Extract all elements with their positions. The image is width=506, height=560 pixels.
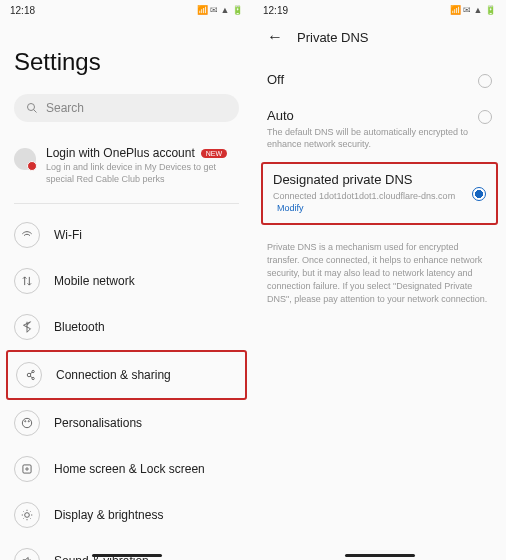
settings-item-wifi[interactable]: Wi-Fi <box>0 212 253 258</box>
svg-line-1 <box>34 110 37 113</box>
grid-icon <box>14 456 40 482</box>
share-icon <box>16 362 42 388</box>
svg-point-7 <box>28 421 29 422</box>
item-label: Wi-Fi <box>54 228 82 242</box>
settings-screen: 12:18 📶 ✉ ▲ 🔋 Settings Search Login with… <box>0 0 253 560</box>
option-subtitle: The default DNS will be automatically en… <box>267 126 470 150</box>
sound-icon <box>14 548 40 560</box>
status-icons: 📶 ✉ ▲ 🔋 <box>197 5 243 15</box>
login-row[interactable]: Login with OnePlus account NEW Log in an… <box>0 140 253 199</box>
item-label: Bluetooth <box>54 320 105 334</box>
arrows-icon <box>14 268 40 294</box>
login-subtitle: Log in and link device in My Devices to … <box>46 162 239 185</box>
status-bar: 12:18 📶 ✉ ▲ 🔋 <box>0 0 253 18</box>
option-auto[interactable]: Auto The default DNS will be automatical… <box>253 98 506 160</box>
settings-item-display[interactable]: Display & brightness <box>0 492 253 538</box>
option-title: Auto <box>267 108 470 123</box>
header-title: Private DNS <box>297 30 369 45</box>
search-placeholder: Search <box>46 101 84 115</box>
radio-icon[interactable] <box>472 187 486 201</box>
modify-link[interactable]: Modify <box>277 203 304 213</box>
option-title: Designated private DNS <box>273 172 464 187</box>
settings-item-home-lock[interactable]: Home screen & Lock screen <box>0 446 253 492</box>
item-label: Mobile network <box>54 274 135 288</box>
settings-item-bluetooth[interactable]: Bluetooth <box>0 304 253 350</box>
option-subtitle: Connected 1dot1dot1dot1.cloudflare-dns.c… <box>273 191 455 201</box>
svg-point-0 <box>28 104 35 111</box>
status-icons: 📶 ✉ ▲ 🔋 <box>450 5 496 15</box>
radio-icon[interactable] <box>478 74 492 88</box>
status-bar: 12:19 📶 ✉ ▲ 🔋 <box>253 0 506 18</box>
svg-point-5 <box>22 419 31 428</box>
bluetooth-icon <box>14 314 40 340</box>
private-dns-screen: 12:19 📶 ✉ ▲ 🔋 ← Private DNS Off Auto The… <box>253 0 506 560</box>
item-label: Display & brightness <box>54 508 163 522</box>
option-title: Off <box>267 72 470 87</box>
nav-handle[interactable] <box>92 554 162 557</box>
login-title: Login with OnePlus account <box>46 146 195 160</box>
svg-point-9 <box>26 468 28 470</box>
status-time: 12:18 <box>10 5 35 16</box>
settings-item-mobile-network[interactable]: Mobile network <box>0 258 253 304</box>
avatar-icon <box>14 148 36 170</box>
brightness-icon <box>14 502 40 528</box>
radio-icon[interactable] <box>478 110 492 124</box>
option-designated[interactable]: Designated private DNS Connected 1dot1do… <box>261 162 498 224</box>
divider <box>14 203 239 204</box>
search-input[interactable]: Search <box>14 94 239 122</box>
svg-point-6 <box>25 421 26 422</box>
back-icon[interactable]: ← <box>267 28 283 46</box>
nav-handle[interactable] <box>345 554 415 557</box>
search-icon <box>26 102 38 114</box>
svg-point-10 <box>25 513 30 518</box>
header: ← Private DNS <box>253 18 506 62</box>
option-off[interactable]: Off <box>253 62 506 98</box>
wifi-icon <box>14 222 40 248</box>
description-text: Private DNS is a mechanism used for encr… <box>253 235 506 312</box>
settings-item-personalisations[interactable]: Personalisations <box>0 400 253 446</box>
item-label: Home screen & Lock screen <box>54 462 205 476</box>
status-time: 12:19 <box>263 5 288 16</box>
svg-rect-8 <box>23 465 31 473</box>
palette-icon <box>14 410 40 436</box>
item-label: Personalisations <box>54 416 142 430</box>
settings-item-connection-sharing[interactable]: Connection & sharing <box>6 350 247 400</box>
new-badge: NEW <box>201 149 227 158</box>
page-title: Settings <box>0 18 253 94</box>
item-label: Connection & sharing <box>56 368 171 382</box>
